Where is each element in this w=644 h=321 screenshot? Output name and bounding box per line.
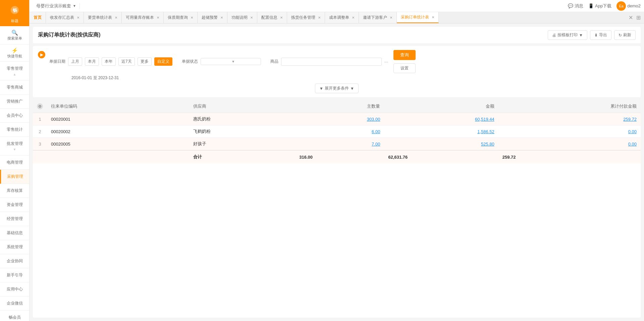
tab-close-icon-9[interactable]: ✕: [352, 16, 355, 19]
date-custom-btn[interactable]: 自定义: [154, 57, 172, 66]
tab-invite-downstream[interactable]: 邀请下游客户 ✕: [359, 12, 397, 23]
print-button[interactable]: 🖨 按模板打印 ▼: [548, 30, 587, 40]
col-main-qty: 主数量: [295, 100, 384, 113]
workspace-dropdown-arrow: ▼: [73, 4, 76, 8]
tab-goods-stats[interactable]: 要货单统计表 ✕: [84, 12, 122, 23]
col-settings[interactable]: ⚙: [33, 100, 47, 113]
sidebar-item-wholesale-management[interactable]: 批发管理 ▼: [0, 137, 29, 156]
tab-home[interactable]: 首页: [30, 12, 46, 23]
tab-goods-stats-label: 要货单统计表: [88, 15, 112, 20]
cumulative-payment[interactable]: 0.00: [498, 138, 641, 151]
tab-cost-adjust[interactable]: 成本调整单 ✕: [325, 12, 359, 23]
user-profile[interactable]: Ea demo2: [616, 1, 641, 11]
message-btn[interactable]: 💬 消息: [568, 3, 583, 9]
search-menu[interactable]: 🔍 搜索菜单: [0, 26, 29, 45]
tab-close-icon-8[interactable]: ✕: [318, 16, 321, 19]
workspace-selector[interactable]: 母婴行业演示账套 ▼: [33, 3, 80, 9]
tab-expiry-query[interactable]: 保质期查询 ✕: [164, 12, 198, 23]
sidebar-item-marketing[interactable]: 营销推广: [0, 95, 29, 109]
tab-receive-send[interactable]: 收发存汇总表 ✕: [46, 12, 84, 23]
sidebar-item-member[interactable]: 畅会员: [0, 311, 29, 321]
sidebar-item-enterprise-wechat[interactable]: 企业微信: [0, 297, 29, 311]
tab-close-icon[interactable]: ✕: [77, 16, 79, 19]
table-row: 2 00020002 飞鹤奶粉 6.00 1,586.52 0.00: [33, 125, 641, 138]
app-download-btn[interactable]: 📱 App下载: [588, 3, 611, 9]
export-button[interactable]: ⬇ 导出: [590, 30, 611, 40]
footer-main-qty: 316.00: [295, 150, 384, 163]
tab-close-icon-4[interactable]: ✕: [191, 16, 193, 19]
date-more-btn[interactable]: 更多: [138, 57, 152, 66]
sidebar-item-app-center[interactable]: 应用中心: [0, 282, 29, 297]
sidebar-item-inventory[interactable]: 库存核算: [0, 184, 29, 198]
sidebar-item-purchase-management[interactable]: 采购管理: [0, 170, 29, 184]
tab-overstock-warning[interactable]: 超储预警 ✕: [198, 12, 227, 23]
more-filters-icon[interactable]: ···: [384, 59, 388, 64]
expand-more-btn[interactable]: ▼ 展开更多条件 ▼: [315, 84, 359, 93]
sidebar-item-enterprise[interactable]: 企业协同: [0, 254, 29, 268]
filter-area: ▶ 单据日期 上月 本月 本年 近7天 更多 自定义 单据状态: [33, 46, 641, 97]
amount[interactable]: 525.80: [384, 138, 498, 151]
retail-management-label: 零售管理: [7, 66, 23, 71]
action-buttons: 查询 设置: [393, 50, 416, 73]
tab-picking-task[interactable]: 拣货任务管理 ✕: [287, 12, 325, 23]
settings-button[interactable]: 设置: [393, 63, 416, 73]
table-footer: 合计 316.00 62,631.76 259.72: [33, 150, 641, 163]
sidebar-item-new-guide[interactable]: 新手引导: [0, 268, 29, 282]
sidebar-item-retail-mall[interactable]: 零售商城: [0, 81, 29, 95]
tab-close-icon-6[interactable]: ✕: [250, 16, 253, 19]
sidebar-item-retail-stats[interactable]: 零售统计: [0, 123, 29, 137]
table-footer-row: 合计 316.00 62,631.76 259.72: [33, 150, 641, 163]
date-last-month-btn[interactable]: 上月: [68, 57, 82, 66]
tab-available-stock[interactable]: 可用量库存账本 ✕: [122, 12, 164, 23]
refresh-button[interactable]: ↻ 刷新: [614, 30, 636, 40]
tab-config-info[interactable]: 配置信息 ✕: [257, 12, 287, 23]
tab-purchase-order-stats[interactable]: 采购订单统计表 ✕: [397, 12, 439, 23]
table-header-row: ⚙ 往来单位编码 供应商 主数量 金额: [33, 100, 641, 113]
status-select[interactable]: ▼: [201, 58, 261, 65]
page-actions: 🖨 按模板打印 ▼ ⬇ 导出 ↻ 刷新: [548, 30, 636, 40]
query-button[interactable]: 查询: [393, 50, 416, 60]
date-label: 单据日期: [49, 59, 65, 64]
cumulative-payment[interactable]: 259.72: [498, 113, 641, 125]
main-qty[interactable]: 7.00: [295, 138, 384, 151]
tab-function-guide[interactable]: 功能说明 ✕: [227, 12, 257, 23]
date-this-month-btn[interactable]: 本月: [85, 57, 99, 66]
sidebar-item-finance[interactable]: 资金管理: [0, 198, 29, 212]
tab-close-icon-7[interactable]: ✕: [280, 16, 283, 19]
amount[interactable]: 1,586.52: [384, 125, 498, 138]
tab-close-icon-10[interactable]: ✕: [390, 16, 392, 19]
tab-maximize-icon[interactable]: ⊞: [636, 14, 641, 21]
tab-close-icon-5[interactable]: ✕: [220, 16, 223, 19]
cumulative-payment[interactable]: 0.00: [498, 125, 641, 138]
sidebar-item-operations[interactable]: 经营管理: [0, 212, 29, 226]
data-table: ⚙ 往来单位编码 供应商 主数量 金额: [33, 100, 641, 163]
tab-bar-end: ✕ ⊞: [625, 14, 644, 21]
collapse-toggle[interactable]: ▶: [38, 51, 45, 58]
settings-gear-icon[interactable]: ⚙: [37, 103, 43, 109]
tab-home-label: 首页: [34, 15, 42, 20]
supplier-name: 惠氏奶粉: [189, 113, 295, 125]
sidebar-item-retail-management[interactable]: 零售管理 ▲: [0, 62, 29, 81]
sidebar-item-system[interactable]: 系统管理: [0, 240, 29, 254]
goods-label: 商品: [270, 59, 278, 64]
expand-arrow-icon-2: ▼: [350, 86, 354, 91]
export-icon: ⬇: [594, 33, 598, 38]
tab-receive-send-label: 收发存汇总表: [50, 15, 74, 20]
date-this-year-btn[interactable]: 本年: [102, 57, 116, 66]
main-qty[interactable]: 303.00: [295, 113, 384, 125]
tab-close-icon-3[interactable]: ✕: [157, 16, 159, 19]
logo[interactable]: 畅 标题: [0, 0, 29, 26]
goods-input[interactable]: [281, 58, 382, 66]
tab-close-all-icon[interactable]: ✕: [629, 14, 633, 21]
sidebar-item-member-center[interactable]: 会员中心: [0, 109, 29, 123]
sidebar-item-basics[interactable]: 基础信息: [0, 226, 29, 240]
main-qty[interactable]: 6.00: [295, 125, 384, 138]
date-7days-btn[interactable]: 近7天: [118, 57, 135, 66]
amount[interactable]: 60,519.44: [384, 113, 498, 125]
tab-close-icon-11[interactable]: ✕: [432, 15, 434, 19]
quick-nav[interactable]: ⚡ 快捷导航: [0, 45, 29, 62]
supplier-code: 00020005: [47, 138, 189, 151]
sidebar-item-ecommerce[interactable]: 电商管理: [0, 156, 29, 170]
tab-close-icon-2[interactable]: ✕: [115, 16, 117, 19]
operations-label: 经营管理: [7, 216, 23, 222]
